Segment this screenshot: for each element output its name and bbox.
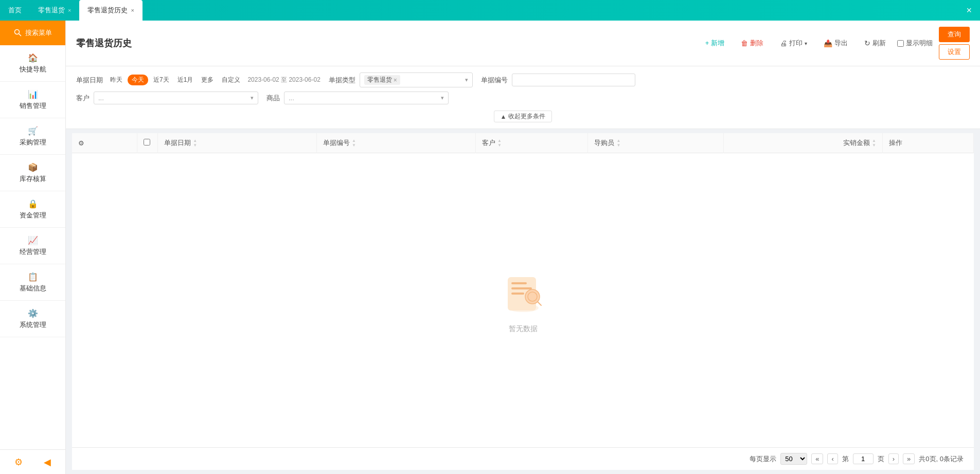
sidebar-item-system-mgmt[interactable]: ⚙️ 系统管理 <box>0 301 65 337</box>
date-opt-custom[interactable]: 自定义 <box>219 75 243 85</box>
tab-retail-return[interactable]: 零售退货 × <box>30 0 79 21</box>
th-customer-label: 客户 <box>482 138 495 148</box>
customer-chevron-icon: ▾ <box>251 95 254 101</box>
sidebar-item-operations-label: 经营管理 <box>20 247 46 257</box>
empty-text: 暂无数据 <box>509 324 538 334</box>
tab-retail-return-close[interactable]: × <box>68 7 71 13</box>
select-all-checkbox[interactable] <box>144 139 150 145</box>
tab-retail-return-history[interactable]: 零售退货历史 × <box>79 0 142 21</box>
th-date-sort[interactable]: ▲▼ <box>193 139 197 148</box>
first-page-btn[interactable]: « <box>811 453 823 464</box>
sidebar-item-inventory[interactable]: 📦 库存核算 <box>0 155 65 191</box>
sidebar-item-quick-nav[interactable]: 🏠 快捷导航 <box>0 45 65 82</box>
voucher-type-tag-close[interactable]: × <box>394 77 397 84</box>
date-opt-yesterday[interactable]: 昨天 <box>107 75 126 85</box>
page-title: 零售退货历史 <box>76 37 132 49</box>
svg-point-0 <box>14 30 19 34</box>
first-page-icon: « <box>815 455 819 463</box>
tab-retail-return-history-label: 零售退货历史 <box>87 6 128 15</box>
goods-dots: ... <box>289 94 294 102</box>
th-customer-sort[interactable]: ▲▼ <box>497 139 502 148</box>
sidebar-item-finance[interactable]: 🔒 资金管理 <box>0 191 65 228</box>
filter-voucher-number: 单据编号 <box>481 74 635 86</box>
th-date: 单据日期 ▲▼ <box>158 133 317 153</box>
settings-bottom-icon[interactable]: ⚙ <box>14 457 23 468</box>
next-page-btn[interactable]: › <box>888 453 899 464</box>
print-button[interactable]: 🖨 打印 ▾ <box>775 36 812 50</box>
system-mgmt-icon: ⚙️ <box>28 308 38 318</box>
export-icon: 📤 <box>824 39 832 47</box>
add-button[interactable]: + 新增 <box>700 36 729 50</box>
th-amount-label: 实销金额 <box>843 138 870 148</box>
filter-bar: 单据日期 昨天 今天 近7天 近1月 更多 自定义 2023-06-02 至 2… <box>66 66 980 129</box>
refresh-button[interactable]: ↻ 刷新 <box>859 36 891 50</box>
data-table: ⚙ 单据日期 ▲▼ <box>72 133 974 153</box>
finance-icon: 🔒 <box>28 198 38 209</box>
th-checkbox[interactable] <box>137 133 158 153</box>
th-amount: 实销金额 ▲▼ <box>724 133 883 153</box>
voucher-type-label: 单据类型 <box>329 76 355 85</box>
th-number: 单据编号 ▲▼ <box>317 133 476 153</box>
query-button[interactable]: 查询 <box>939 27 970 42</box>
th-action-label: 操作 <box>889 139 902 147</box>
page-number-input[interactable] <box>853 453 874 464</box>
setting-button[interactable]: 设置 <box>939 44 970 60</box>
date-opt-more[interactable]: 更多 <box>198 75 217 85</box>
filter-voucher-date: 单据日期 昨天 今天 近7天 近1月 更多 自定义 2023-06-02 至 2… <box>76 75 320 85</box>
date-opt-last7days[interactable]: 近7天 <box>150 75 172 85</box>
th-date-label: 单据日期 <box>164 138 191 148</box>
delete-icon: 🗑 <box>741 39 748 47</box>
voucher-number-label: 单据编号 <box>481 76 508 85</box>
sidebar-item-purchase-mgmt[interactable]: 🛒 采购管理 <box>0 118 65 155</box>
tab-home[interactable]: 首页 <box>0 0 30 21</box>
voucher-type-select[interactable]: 零售退货 × ▾ <box>360 72 473 87</box>
svg-rect-6 <box>511 293 524 295</box>
top-bar: 首页 零售退货 × 零售退货历史 × × <box>0 0 980 21</box>
delete-button[interactable]: 🗑 删除 <box>736 36 769 50</box>
sidebar-item-operations[interactable]: 📈 经营管理 <box>0 228 65 264</box>
export-button[interactable]: 📤 导出 <box>818 36 853 50</box>
display-detail-check[interactable] <box>897 40 904 47</box>
th-number-sort[interactable]: ▲▼ <box>352 139 356 148</box>
content-area: 零售退货历史 + 新增 🗑 删除 🖨 打印 ▾ 📤 导出 <box>66 21 980 474</box>
customer-dots: ... <box>98 94 104 102</box>
base-info-icon: 📋 <box>28 271 38 282</box>
th-customer: 客户 ▲▼ <box>475 133 588 153</box>
th-amount-sort[interactable]: ▲▼ <box>872 139 876 148</box>
th-gear[interactable]: ⚙ <box>72 133 137 153</box>
goods-select[interactable]: ... ▾ <box>284 92 449 104</box>
th-action: 操作 <box>882 133 973 153</box>
customer-select[interactable]: ... ▾ <box>94 92 258 104</box>
add-button-label: + 新增 <box>705 39 724 48</box>
collapse-button[interactable]: ▲ 收起更多条件 <box>494 111 553 122</box>
print-button-label: 打印 <box>789 39 803 48</box>
date-opt-today[interactable]: 今天 <box>128 75 148 85</box>
th-guide-label: 导购员 <box>594 138 614 148</box>
voucher-type-tag-label: 零售退货 <box>367 76 392 84</box>
voucher-number-input[interactable] <box>512 74 635 86</box>
last-page-btn[interactable]: » <box>903 453 915 464</box>
display-detail-checkbox[interactable]: 显示明细 <box>897 39 933 48</box>
sidebar-item-base-info-label: 基础信息 <box>20 284 46 293</box>
close-window-btn[interactable]: × <box>966 5 972 16</box>
tab-retail-return-history-close[interactable]: × <box>131 7 134 13</box>
main-layout: 搜索菜单 🏠 快捷导航 📊 销售管理 🛒 采购管理 📦 库存核算 🔒 资金管理 <box>0 21 980 474</box>
customer-label: 客户 <box>76 94 90 103</box>
sidebar-item-base-info[interactable]: 📋 基础信息 <box>0 264 65 301</box>
th-guide-sort[interactable]: ▲▼ <box>616 139 620 148</box>
svg-line-9 <box>538 302 541 305</box>
collapse-icon: ▲ <box>501 113 507 120</box>
sidebar-search[interactable]: 搜索菜单 <box>0 21 65 45</box>
print-icon: 🖨 <box>780 39 787 47</box>
collapse-sidebar-icon[interactable]: ◀ <box>44 457 51 468</box>
date-opt-last1month[interactable]: 近1月 <box>174 75 197 85</box>
refresh-icon: ↻ <box>864 39 870 47</box>
sidebar-item-sales-mgmt[interactable]: 📊 销售管理 <box>0 82 65 118</box>
prev-page-btn[interactable]: ‹ <box>827 453 838 464</box>
page-size-select[interactable]: 50 100 200 <box>780 453 807 465</box>
th-number-label: 单据编号 <box>323 138 350 148</box>
tab-home-label: 首页 <box>8 6 22 15</box>
search-icon <box>14 29 22 37</box>
collapse-bar: ▲ 收起更多条件 <box>76 108 970 122</box>
table-wrapper: ⚙ 单据日期 ▲▼ <box>72 133 974 447</box>
